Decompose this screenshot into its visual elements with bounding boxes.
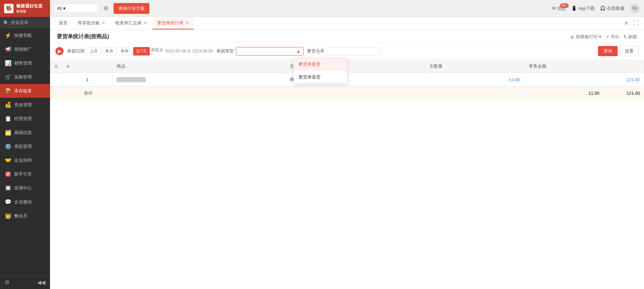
filter-select-arrow-icon: ▲	[296, 49, 301, 54]
topbar: 41 ▾ ⚙ 体验行业方案 ✉ 消息 99+ 📱 App下载 🎧 在线客服 Ri…	[50, 0, 644, 17]
col-header-rownum: #	[63, 60, 113, 73]
period-btn-cur-month[interactable]: 本月	[102, 47, 116, 55]
nav-icon-system: ⚙️	[5, 143, 11, 150]
col-header-amount: 零售金额	[524, 60, 644, 73]
col-header-quantity: 主数量	[425, 60, 524, 73]
filter-actions: 查询 设置	[598, 46, 639, 56]
sidebar-item-app[interactable]: 🔲 应用中心	[0, 181, 50, 195]
total-quantity: 11.00	[588, 91, 599, 96]
app-title: 畅捷通好生意	[16, 3, 43, 9]
cell-goods: ████ █████	[112, 73, 285, 86]
app-download-btn[interactable]: 📱 App下载	[571, 5, 595, 12]
sidebar-item-quick-nav[interactable]: ⚡ 快捷导航	[0, 28, 50, 42]
messages-btn[interactable]: ✉ 消息 99+	[552, 5, 566, 12]
total-row: 合计 11.00 121.00	[50, 86, 644, 99]
collapse-icon[interactable]: ◀◀	[37, 279, 45, 286]
online-service-btn[interactable]: 🎧 在线客服	[600, 5, 624, 12]
logo-icon: 畅	[4, 4, 14, 13]
filter-date-group: 单据日期 上月 本月 本年 近7天 自定义 2023-05-06 至 2023-…	[67, 47, 213, 55]
sidebar-item-base[interactable]: 🗂️ 基础信息	[0, 126, 50, 139]
tab-close-all-btn[interactable]: ✕	[623, 19, 630, 27]
type-dropdown-menu: 要货单要货 要货单退货	[293, 58, 348, 84]
sidebar-item-wechat[interactable]: 💬 企业微信	[0, 195, 50, 209]
tab-close-order[interactable]: ✕	[186, 21, 189, 25]
sidebar-item-marketing[interactable]: 📢 营销推广	[0, 42, 50, 56]
sidebar-item-operation[interactable]: 📋 经营管理	[0, 112, 50, 126]
tab-inventory-batch[interactable]: 库存批次账 ✕	[73, 17, 110, 29]
nav-icon-inventory: 📦	[5, 88, 11, 94]
cell-quantity: 11.00	[425, 73, 524, 86]
filter-warehouse-group: 要货仓库 ···	[307, 47, 381, 55]
tab-close-inventory-batch[interactable]: ✕	[102, 21, 105, 25]
nav-icon-wechat: 💬	[5, 199, 11, 205]
nav-icon-vip: 👑	[5, 213, 11, 219]
filter-expand-btn[interactable]: ▶	[55, 47, 64, 55]
filter-bar: ▶ 单据日期 上月 本月 本年 近7天 自定义 2023-05-06 至 202…	[50, 43, 644, 60]
user-avatar[interactable]: Rit	[630, 3, 640, 14]
period-btn-recent7[interactable]: 近7天	[133, 47, 150, 55]
col-header-goods: 商品	[112, 60, 285, 73]
period-btn-year[interactable]: 本年	[118, 47, 132, 55]
tab-close-receivable[interactable]: ✕	[144, 21, 147, 25]
sidebar-footer: ⚙ ◀◀	[0, 275, 50, 289]
print-btn[interactable]: 🖨 按模板打印 ▾	[570, 34, 601, 40]
refresh-icon: ↻	[623, 34, 627, 39]
settings-btn[interactable]: 设置	[620, 46, 639, 56]
period-buttons: 上月 本月 本年 近7天 自定义	[87, 47, 163, 55]
settings-topbar-btn[interactable]: ⚙	[101, 4, 111, 13]
sidebar-item-inventory[interactable]: 📦 库存核算	[0, 84, 50, 98]
warehouse-more-icon: ···	[374, 49, 378, 54]
total-label: 合计	[80, 90, 97, 95]
dropdown-item-order-return[interactable]: 要货单退货	[294, 71, 347, 84]
total-amount: 121.00	[626, 91, 640, 96]
messages-badge: 99+	[560, 3, 569, 8]
phone-icon: 📱	[571, 6, 577, 11]
filter-type-select[interactable]: ▲	[236, 47, 304, 55]
sidebar-nav: ⚡ 快捷导航 📢 营销推广 📊 销售管理 🛒 采购管理 📦 库存核算 💰 资金管…	[0, 28, 50, 275]
cell-rownum: 1	[63, 73, 113, 86]
tab-order-summary[interactable]: 要货单统计表 ✕	[152, 17, 194, 29]
cell-amount: 121.00	[524, 73, 644, 86]
print-icon: 🖨	[570, 34, 574, 39]
tab-expand-btn[interactable]: ⛶	[632, 19, 640, 27]
refresh-btn[interactable]: ↻ 刷新	[623, 34, 637, 40]
filter-warehouse-select[interactable]: ···	[327, 47, 381, 55]
sidebar-item-vip[interactable]: 👑 畅会员	[0, 209, 50, 223]
nav-icon-base: 🗂️	[5, 129, 11, 136]
export-icon: ↗	[605, 34, 609, 39]
nav-icon-operation: 📋	[5, 115, 11, 122]
tab-home[interactable]: 首页	[54, 17, 72, 29]
nav-icon-guide: 🎯	[5, 171, 11, 177]
page-title: 要货单统计表(按商品)	[57, 33, 109, 40]
period-btn-custom[interactable]: 自定义	[151, 47, 163, 55]
sidebar-item-system[interactable]: ⚙️ 系统管理	[0, 139, 50, 153]
print-arrow-icon: ▾	[599, 34, 601, 39]
sidebar: 畅 畅捷通好生意 标准版 🔍 搜索菜单 ⚡ 快捷导航 📢 营销推广 📊 销售管理…	[0, 0, 50, 289]
industry-btn[interactable]: 体验行业方案	[114, 3, 149, 14]
nav-icon-sales: 📊	[5, 60, 11, 66]
sidebar-item-sales[interactable]: 📊 销售管理	[0, 56, 50, 70]
dropdown-item-order-goods[interactable]: 要货单要货	[294, 58, 347, 71]
table-gear-icon[interactable]: ⚙	[54, 64, 58, 69]
dropdown-arrow-icon: ▾	[63, 6, 66, 11]
period-btn-last-month[interactable]: 上月	[87, 47, 101, 55]
company-dropdown[interactable]: 41 ▾	[54, 4, 98, 13]
query-btn[interactable]: 查询	[598, 46, 618, 56]
sidebar-search[interactable]: 🔍 搜索菜单	[0, 17, 50, 28]
page-actions: 🖨 按模板打印 ▾ ↗ 导出 ↻ 刷新	[570, 34, 637, 40]
sidebar-item-guide[interactable]: 🎯 新手引导	[0, 167, 50, 181]
date-range-display: 2023-05-06 至 2023-06-06	[165, 48, 213, 54]
sidebar-item-purchase[interactable]: 🛒 采购管理	[0, 70, 50, 84]
export-btn[interactable]: ↗ 导出	[605, 34, 619, 40]
tab-receivable-summary[interactable]: 收发存汇总表 ✕	[111, 17, 152, 29]
sidebar-header: 畅 畅捷通好生意 标准版	[0, 0, 50, 17]
content-area: 要货单统计表(按商品) 🖨 按模板打印 ▾ ↗ 导出 ↻ 刷新 ▶	[50, 30, 644, 289]
tabs-bar: 首页 库存批次账 ✕ 收发存汇总表 ✕ 要货单统计表 ✕ ✕ ⛶	[50, 17, 644, 30]
main-area: 41 ▾ ⚙ 体验行业方案 ✉ 消息 99+ 📱 App下载 🎧 在线客服 Ri…	[50, 0, 644, 289]
settings-icon[interactable]: ⚙	[5, 279, 9, 286]
filter-type-group: 单据类型 ▲	[216, 47, 304, 55]
sidebar-item-finance[interactable]: 💰 资金管理	[0, 98, 50, 112]
sidebar-item-corp[interactable]: 🤝 企业协同	[0, 153, 50, 167]
nav-icon-corp: 🤝	[5, 157, 11, 163]
nav-icon-finance: 💰	[5, 102, 11, 108]
